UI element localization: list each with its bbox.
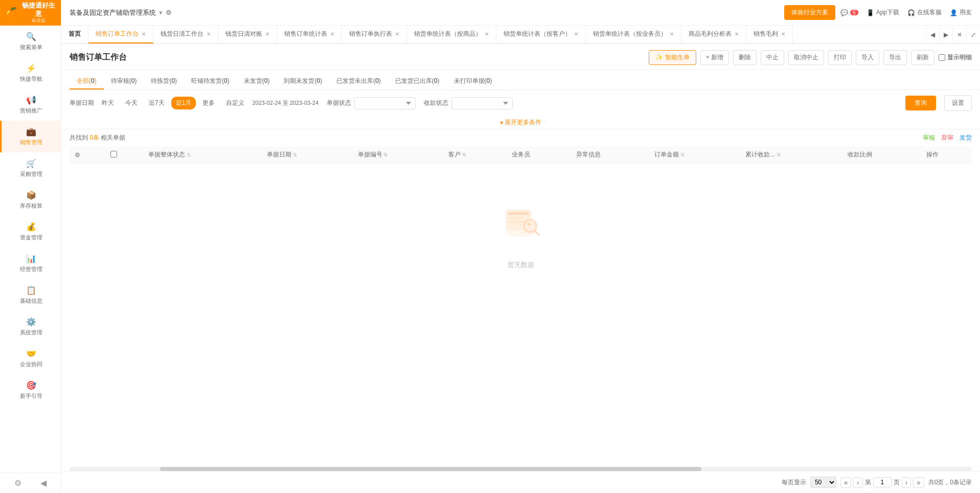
- tab-cargo-stats-staff[interactable]: 销货单统计表（按业务员）✕: [586, 26, 681, 43]
- tab-cargo-stats-customer[interactable]: 销货单统计表（按客户）✕: [496, 26, 586, 43]
- subtab-not-printed[interactable]: 未打印单据(0): [447, 74, 499, 89]
- tab-close-all[interactable]: ✕: [952, 28, 966, 41]
- col-header-amount[interactable]: 订单金额: [649, 146, 740, 164]
- page-nav: « ‹ 第 页 › »: [840, 477, 924, 488]
- date-filter: 单据日期 昨天今天近7天近1月更多自定义 2023-02-24 至 2023-0…: [70, 97, 318, 109]
- show-detail-label[interactable]: 显示明细: [939, 53, 972, 62]
- print-button[interactable]: 打印: [828, 50, 852, 65]
- tab-arrow-right[interactable]: ▶: [939, 28, 952, 41]
- horizontal-scrollbar[interactable]: [70, 467, 972, 471]
- page-input[interactable]: [873, 477, 892, 487]
- app-download-item[interactable]: 📱 App下载: [867, 8, 899, 17]
- date-option-近7天[interactable]: 近7天: [144, 97, 169, 109]
- next-page-button[interactable]: ›: [902, 477, 911, 488]
- tab-close-sales-profit[interactable]: ✕: [781, 31, 785, 37]
- subtab-not-shipped[interactable]: 未发货(0): [237, 74, 277, 89]
- col-header-date[interactable]: 单据日期: [262, 146, 353, 164]
- settings-icon[interactable]: ⚙: [166, 9, 172, 16]
- user-item[interactable]: 👤 用友: [950, 8, 972, 17]
- import-button[interactable]: 导入: [856, 50, 879, 65]
- subtab-pending-inspect[interactable]: 待拣货(0): [144, 74, 184, 89]
- tab-cash-daily[interactable]: 钱货日清工作台✕: [153, 26, 218, 43]
- col-header-status[interactable]: 单据整体状态: [143, 146, 262, 164]
- tab-sales-order-workbench[interactable]: 销售订单工作台✕: [88, 26, 153, 43]
- tab-close-cargo-stats-staff[interactable]: ✕: [670, 31, 674, 37]
- tab-cash-reconcile[interactable]: 钱货日清对账✕: [218, 26, 277, 43]
- date-option-自定义[interactable]: 自定义: [221, 97, 249, 109]
- show-detail-checkbox[interactable]: [939, 54, 945, 61]
- subtab-shipped-not-out[interactable]: 已发货未出库(0): [329, 74, 388, 89]
- tab-close-cargo-stats-customer[interactable]: ✕: [574, 31, 578, 37]
- tab-maximize[interactable]: ⤢: [966, 28, 980, 41]
- scrollbar-thumb[interactable]: [160, 467, 701, 471]
- query-button[interactable]: 查询: [905, 96, 936, 110]
- tab-close-product-margin[interactable]: ✕: [735, 31, 739, 37]
- payment-select[interactable]: [451, 97, 513, 109]
- sidebar-item-quick[interactable]: ⚡快捷导航: [0, 57, 61, 89]
- tab-close-cash-daily[interactable]: ✕: [207, 31, 211, 37]
- industry-solution-button[interactable]: 体验行业方案: [784, 5, 835, 20]
- first-page-button[interactable]: «: [840, 477, 851, 488]
- collapse-icon[interactable]: ◀: [40, 478, 47, 488]
- message-item[interactable]: 💬 6 💬: [840, 9, 858, 16]
- system-dropdown-icon[interactable]: ▾: [159, 9, 163, 16]
- sidebar-item-inventory[interactable]: 📦库存核算: [0, 184, 61, 216]
- sidebar-item-operation[interactable]: 📊经营管理: [0, 248, 61, 279]
- headset-icon: 🎧: [907, 9, 915, 16]
- delete-button[interactable]: 删除: [733, 50, 757, 65]
- sidebar-item-finance[interactable]: 💰资金管理: [0, 216, 61, 248]
- prev-page-button[interactable]: ‹: [853, 477, 862, 488]
- set-button[interactable]: 设置: [944, 95, 972, 111]
- subtab-wangpu-pending[interactable]: 旺铺待发货(0): [184, 74, 237, 89]
- ship-button[interactable]: 发货: [960, 133, 972, 142]
- last-page-button[interactable]: »: [913, 477, 924, 488]
- tab-home[interactable]: 首页: [61, 26, 88, 43]
- tab-sales-profit[interactable]: 销售毛利✕: [746, 26, 793, 43]
- cancel-pause-button[interactable]: 取消中止: [788, 50, 824, 65]
- date-option-今天[interactable]: 今天: [121, 97, 142, 109]
- revoke-button[interactable]: 弃审: [941, 133, 953, 142]
- date-option-更多[interactable]: 更多: [198, 97, 219, 109]
- sidebar-item-search[interactable]: 🔍搜索菜单: [0, 26, 61, 57]
- date-option-昨天[interactable]: 昨天: [97, 97, 119, 109]
- tab-sales-stats[interactable]: 销售订单统计表✕: [277, 26, 342, 43]
- col-settings-icon[interactable]: ⚙: [75, 151, 80, 159]
- page-size-select[interactable]: 50 100 200: [810, 477, 836, 488]
- refresh-button[interactable]: 刷新: [911, 50, 935, 65]
- select-all-checkbox[interactable]: [110, 151, 117, 158]
- tab-close-sales-stats[interactable]: ✕: [330, 31, 334, 37]
- tab-close-cash-reconcile[interactable]: ✕: [265, 31, 269, 37]
- expand-button[interactable]: ▾ 展开更多条件: [500, 118, 541, 127]
- sidebar-item-marketing[interactable]: 📢营销推广: [0, 89, 61, 121]
- col-header-customer[interactable]: 客户: [443, 146, 507, 164]
- col-header-number[interactable]: 单据编号: [353, 146, 444, 164]
- sidebar-item-guide[interactable]: 🎯新手引导: [0, 374, 61, 406]
- tab-close-sales-order-workbench[interactable]: ✕: [142, 31, 146, 37]
- sidebar-item-sales[interactable]: 💼销售管理: [0, 121, 61, 152]
- subtab-expired-not-shipped[interactable]: 到期未发货(0): [277, 74, 329, 89]
- settings-icon[interactable]: ⚙: [14, 478, 21, 488]
- subtab-all[interactable]: 全部(0): [70, 74, 104, 89]
- subtab-pending-review[interactable]: 待审核(0): [104, 74, 144, 89]
- sidebar-item-system[interactable]: ⚙️系统管理: [0, 311, 61, 343]
- tab-close-cargo-stats-product[interactable]: ✕: [485, 31, 489, 37]
- date-option-近1月[interactable]: 近1月: [171, 97, 196, 109]
- sidebar-item-coop[interactable]: 🤝企业协同: [0, 343, 61, 374]
- audit-button[interactable]: 审核: [923, 133, 935, 142]
- tab-close-sales-exec[interactable]: ✕: [395, 31, 399, 37]
- col-header-collected[interactable]: 累计收款...: [740, 146, 842, 164]
- export-button[interactable]: 导出: [883, 50, 907, 65]
- tab-cargo-stats-product[interactable]: 销货单统计表（按商品）✕: [407, 26, 496, 43]
- subtab-shipped-out[interactable]: 已发货已出库(0): [388, 74, 447, 89]
- tab-arrow-left[interactable]: ◀: [926, 28, 939, 41]
- smart-generate-button[interactable]: ✨ 智能生单: [649, 50, 696, 65]
- status-select[interactable]: [354, 97, 416, 109]
- pause-button[interactable]: 中止: [761, 50, 784, 65]
- sidebar-item-basic[interactable]: 📋基础信息: [0, 279, 61, 311]
- add-button[interactable]: + 新增: [700, 50, 729, 65]
- tab-product-margin[interactable]: 商品毛利分析表✕: [681, 26, 746, 43]
- sidebar-item-purchase[interactable]: 🛒采购管理: [0, 152, 61, 184]
- tab-sales-exec[interactable]: 销售订单执行表✕: [342, 26, 407, 43]
- guide-nav-label: 新手引导: [20, 392, 42, 400]
- online-support-item[interactable]: 🎧 在线客服: [907, 8, 942, 17]
